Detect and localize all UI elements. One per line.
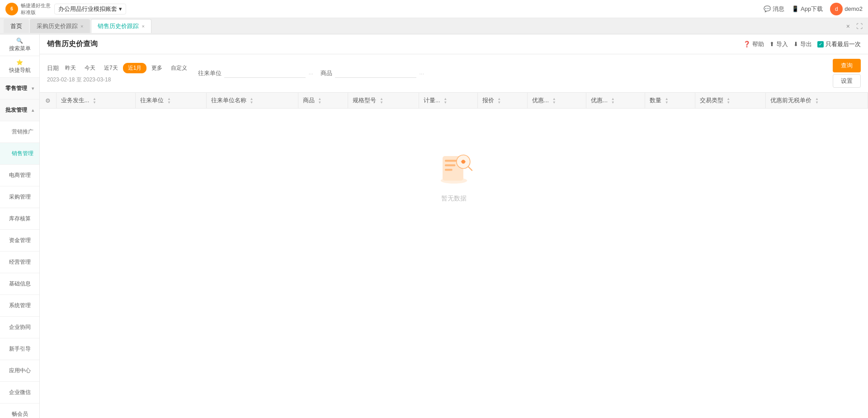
sidebar-item-wholesale[interactable]: 批发管理 ▴ [0,100,39,121]
sidebar-item-quicknav[interactable]: ⭐ 快捷导航 [0,56,39,78]
sidebar-item-ecommerce[interactable]: 电商管理 [0,165,39,186]
sidebar-item-retail[interactable]: 零售管理 ▾ [0,78,39,100]
date-btn-more[interactable]: 更多 [148,63,166,73]
tab-home[interactable]: 首页 [4,19,29,33]
th-quote[interactable]: 报价 ▲▼ [477,93,528,109]
tab-purchase-history[interactable]: 采购历史价跟踪 × [30,19,90,33]
sort-icon-biz-date: ▲▼ [93,97,96,104]
date-btn-today[interactable]: 今天 [81,63,99,73]
th-biz-date[interactable]: 业务发生... ▲▼ [56,93,136,109]
date-range-text: 2023-02-18 至 2023-03-18 [47,76,191,84]
th-trade-type[interactable]: 交易类型 ▲▼ [695,93,766,109]
account-selector[interactable]: 办公用品行业模拟账套 ▾ [54,4,126,14]
th-partner-code[interactable]: 往来单位 ▲▼ [136,93,207,109]
logo-icon: 6 [5,3,18,15]
table-container: ⚙ 业务发生... ▲▼ 往来单位 ▲▼ 往来单位名称 ▲▼ [40,93,868,418]
sidebar-item-membership[interactable]: 畅会员 [0,404,39,418]
sidebar-item-search[interactable]: 🔍 搜索菜单 [0,34,39,56]
query-button[interactable]: 查询 [833,59,861,72]
maximize-button[interactable]: ⛶ [854,21,864,32]
goods-input[interactable] [335,69,416,78]
app-logo: 6 畅捷通好生意 标准版 [5,2,51,15]
app-download-button[interactable]: 📱 App下载 [792,5,823,13]
table-header-row: ⚙ 业务发生... ▲▼ 往来单位 ▲▼ 往来单位名称 ▲▼ [40,93,868,109]
partner-dots[interactable]: ··· [308,70,313,77]
page-header: 销售历史价查询 ❓ 帮助 ⬆ 导入 ⬇ 导出 ✓ 只看最后一次 [40,34,868,54]
sidebar-item-purchase[interactable]: 采购管理 [0,186,39,208]
sort-icon-unit: ▲▼ [443,97,447,104]
close-all-tabs-button[interactable]: × [844,21,852,32]
message-icon: 💬 [764,5,771,12]
filter-bar: 日期 昨天 今天 近7天 近1月 更多 自定义 2023-02-18 至 202… [40,54,868,93]
sidebar-item-inventory[interactable]: 库存核算 [0,208,39,230]
sort-icon-goods: ▲▼ [318,97,321,104]
tab-bar-actions: × ⛶ [844,21,864,32]
page-actions: ❓ 帮助 ⬆ 导入 ⬇ 导出 ✓ 只看最后一次 [743,40,861,48]
sort-icon-spec: ▲▼ [380,97,383,104]
empty-text: 暂无数据 [441,195,467,203]
sidebar-item-sales[interactable]: 销售管理 [0,143,39,165]
top-header: 6 畅捷通好生意 标准版 办公用品行业模拟账套 ▾ 💬 消息 📱 App下载 d… [0,0,868,18]
date-btn-custom[interactable]: 自定义 [167,63,191,73]
chevron-down-icon: ▴ [32,108,34,113]
th-spec[interactable]: 规格型号 ▲▼ [348,93,419,109]
sort-icon-trade-type: ▲▼ [726,97,730,104]
sort-icon-partner-name: ▲▼ [250,97,254,104]
only-last-checkbox[interactable]: ✓ 只看最后一次 [817,40,861,48]
sidebar: 🔍 搜索菜单 ⭐ 快捷导航 零售管理 ▾ 批发管理 ▴ 营销推广 销售管理 电商… [0,34,40,418]
partner-input[interactable] [224,69,306,78]
tab-sales-history[interactable]: 销售历史价跟踪 × [91,19,151,33]
sidebar-item-basic[interactable]: 基础信息 [0,273,39,295]
export-icon: ⬇ [793,41,798,48]
tab-sales-close[interactable]: × [142,24,144,29]
svg-rect-4 [445,169,453,171]
sidebar-item-enterprise[interactable]: 企业协同 [0,317,39,338]
date-btn-yesterday[interactable]: 昨天 [61,63,80,73]
tab-purchase-close[interactable]: × [80,24,83,29]
th-goods[interactable]: 商品 ▲▼ [298,93,348,109]
sidebar-item-wechat[interactable]: 企业微信 [0,382,39,404]
settings-button[interactable]: 设置 [833,74,861,88]
th-discount2[interactable]: 优惠... ▲▼ [586,93,645,109]
chevron-right-icon: ▾ [32,86,34,91]
empty-state: 暂无数据 [40,109,868,239]
sort-icon-quote: ▲▼ [497,97,501,104]
export-button[interactable]: ⬇ 导出 [793,40,812,48]
help-button[interactable]: ❓ 帮助 [743,40,764,48]
th-unit[interactable]: 计量... ▲▼ [419,93,477,109]
sort-icon-discount2: ▲▼ [611,97,615,104]
th-discount1[interactable]: 优惠... ▲▼ [528,93,586,109]
app-title: 畅捷通好生意 标准版 [21,2,51,15]
chevron-down-icon: ▾ [119,5,122,12]
sidebar-item-finance[interactable]: 资金管理 [0,230,39,252]
header-right: 💬 消息 📱 App下载 d demo2 [764,3,863,15]
date-btn-last1month[interactable]: 近1月 [123,63,147,73]
content-area: 销售历史价查询 ❓ 帮助 ⬆ 导入 ⬇ 导出 ✓ 只看最后一次 [40,34,868,418]
star-icon: ⭐ [16,59,23,66]
date-btn-last7days[interactable]: 近7天 [100,63,122,73]
user-profile[interactable]: d demo2 [830,3,863,15]
download-icon: 📱 [792,5,799,12]
date-buttons: 昨天 今天 近7天 近1月 更多 自定义 [61,63,191,73]
sidebar-item-marketing[interactable]: 营销推广 [0,121,39,143]
message-button[interactable]: 💬 消息 [764,5,784,13]
sidebar-item-operations[interactable]: 经营管理 [0,252,39,273]
page-title: 销售历史价查询 [47,39,98,49]
th-partner-name[interactable]: 往来单位名称 ▲▼ [206,93,298,109]
filter-actions: 查询 设置 [833,59,861,88]
th-tax-price[interactable]: 优惠前无税单价 ▲▼ [766,93,868,109]
sidebar-item-newguide[interactable]: 新手引导 [0,338,39,360]
sidebar-item-appcenter[interactable]: 应用中心 [0,360,39,382]
empty-illustration [431,145,476,190]
svg-line-7 [468,166,472,170]
import-button[interactable]: ⬆ 导入 [769,40,788,48]
th-quantity[interactable]: 数量 ▲▼ [645,93,695,109]
gear-icon[interactable]: ⚙ [45,97,51,104]
sort-icon-quantity: ▲▼ [665,97,669,104]
goods-dots[interactable]: ··· [419,70,424,77]
date-filter-group: 日期 昨天 今天 近7天 近1月 更多 自定义 [47,63,191,73]
sidebar-item-system[interactable]: 系统管理 [0,295,39,317]
data-table: ⚙ 业务发生... ▲▼ 往来单位 ▲▼ 往来单位名称 ▲▼ [40,93,868,239]
main-layout: 🔍 搜索菜单 ⭐ 快捷导航 零售管理 ▾ 批发管理 ▴ 营销推广 销售管理 电商… [0,34,868,418]
sort-icon-partner-code: ▲▼ [167,97,171,104]
